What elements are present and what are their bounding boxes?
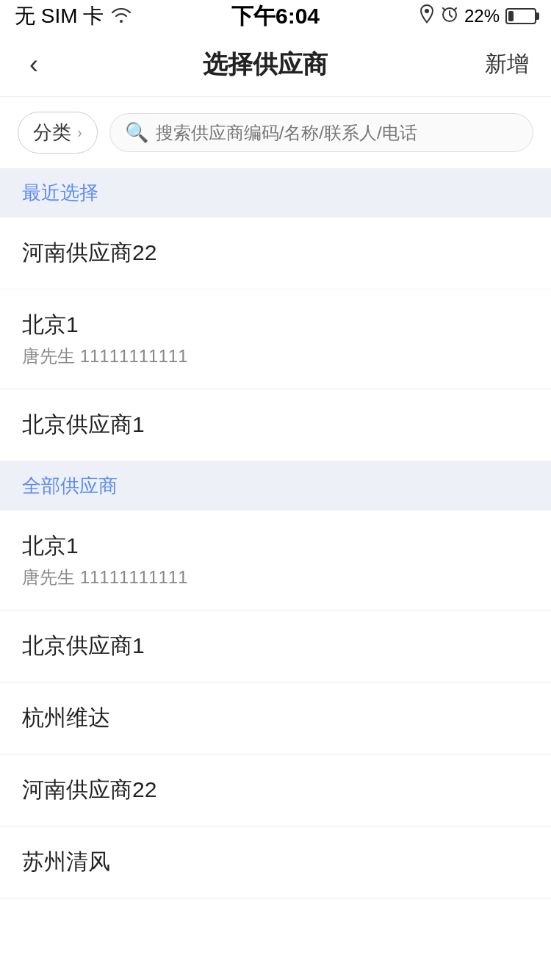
item-name: 北京供应商1: [22, 410, 529, 440]
all-items-list: 北京1唐先生 11111111111北京供应商1杭州维达河南供应商22苏州清风: [0, 511, 551, 898]
category-button[interactable]: 分类 ›: [18, 112, 98, 154]
nav-bar: ‹ 选择供应商 新增: [0, 32, 551, 97]
all-list-item[interactable]: 杭州维达: [0, 682, 551, 754]
all-section-header: 全部供应商: [0, 461, 551, 511]
recent-items-list: 河南供应商22北京1唐先生 11111111111北京供应商1: [0, 217, 551, 461]
chevron-right-icon: ›: [77, 124, 82, 141]
recent-list-item[interactable]: 北京供应商1: [0, 389, 551, 461]
status-carrier-wifi: 无 SIM 卡: [15, 2, 132, 30]
alarm-icon: [441, 4, 458, 29]
svg-point-0: [425, 9, 429, 13]
status-bar: 无 SIM 卡 下午6:04 22%: [0, 0, 551, 32]
recent-list-item[interactable]: 河南供应商22: [0, 217, 551, 289]
item-sub: 唐先生 11111111111: [22, 345, 529, 368]
recent-section-label: 最近选择: [22, 181, 98, 203]
all-section-label: 全部供应商: [22, 475, 118, 497]
all-list-item[interactable]: 苏州清风: [0, 826, 551, 898]
back-button[interactable]: ‹: [22, 42, 46, 87]
page-title: 选择供应商: [203, 48, 328, 82]
recent-list-item[interactable]: 北京1唐先生 11111111111: [0, 289, 551, 389]
item-sub: 唐先生 11111111111: [22, 566, 529, 589]
search-input[interactable]: [156, 123, 518, 143]
all-list-item[interactable]: 北京供应商1: [0, 610, 551, 682]
wifi-icon: [111, 4, 132, 28]
item-name: 河南供应商22: [22, 775, 529, 805]
search-icon: 🔍: [125, 121, 148, 144]
add-button[interactable]: 新增: [485, 49, 529, 79]
location-icon: [419, 4, 435, 29]
all-list-item[interactable]: 河南供应商22: [0, 754, 551, 826]
filter-bar: 分类 › 🔍: [0, 97, 551, 168]
recent-section-header: 最近选择: [0, 168, 551, 217]
all-list-item[interactable]: 北京1唐先生 11111111111: [0, 511, 551, 610]
search-box[interactable]: 🔍: [109, 113, 533, 152]
carrier-text: 无 SIM 卡: [15, 2, 104, 30]
status-time: 下午6:04: [231, 1, 320, 32]
battery-percent: 22%: [464, 6, 500, 26]
category-label: 分类: [33, 120, 71, 145]
item-name: 北京供应商1: [22, 631, 529, 661]
item-name: 北京1: [22, 531, 529, 561]
item-name: 苏州清风: [22, 847, 529, 877]
item-name: 河南供应商22: [22, 238, 529, 268]
status-indicators: 22%: [419, 4, 536, 29]
item-name: 北京1: [22, 310, 529, 340]
battery-icon: [505, 8, 536, 24]
item-name: 杭州维达: [22, 703, 529, 733]
